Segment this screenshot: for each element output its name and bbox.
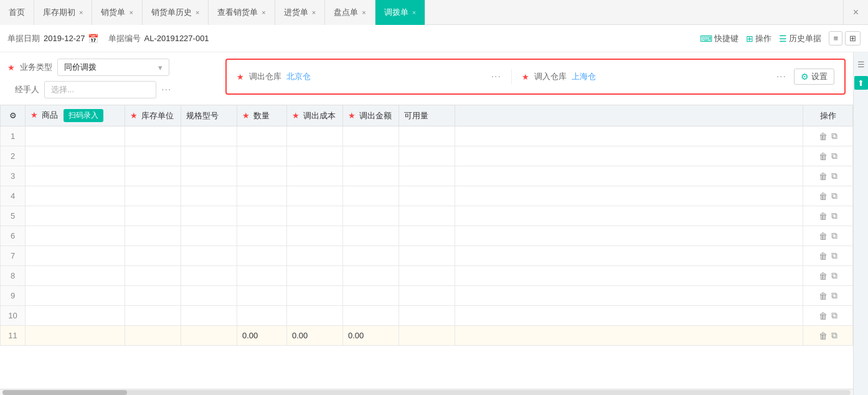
cell-qty[interactable] bbox=[237, 206, 287, 226]
cell-spec[interactable] bbox=[181, 266, 237, 286]
cell-amount[interactable] bbox=[343, 186, 399, 206]
cell-amount[interactable] bbox=[343, 146, 399, 166]
copy-icon[interactable]: ⧉ bbox=[831, 330, 837, 341]
scrollbar-area[interactable] bbox=[0, 389, 853, 395]
cell-product[interactable] bbox=[26, 246, 125, 266]
delete-icon[interactable]: 🗑 bbox=[819, 271, 828, 281]
delete-icon[interactable]: 🗑 bbox=[819, 131, 828, 141]
cell-cost[interactable] bbox=[287, 146, 343, 166]
window-close-button[interactable]: × bbox=[843, 0, 868, 25]
copy-icon[interactable]: ⧉ bbox=[831, 270, 837, 281]
col-settings[interactable]: ⚙ bbox=[1, 105, 26, 126]
cell-qty[interactable] bbox=[237, 186, 287, 206]
cell-spec[interactable] bbox=[181, 126, 237, 146]
cell-product[interactable] bbox=[26, 186, 125, 206]
cell-cost[interactable] bbox=[287, 166, 343, 186]
cell-available[interactable] bbox=[399, 146, 455, 166]
cell-unit[interactable] bbox=[125, 146, 181, 166]
tab-purchase[interactable]: 进货单 × bbox=[275, 0, 325, 25]
tab-sales-history[interactable]: 销货单历史 × bbox=[143, 0, 209, 25]
cell-product[interactable] bbox=[26, 126, 125, 146]
cell-qty[interactable] bbox=[237, 266, 287, 286]
scrollbar-track[interactable] bbox=[2, 390, 851, 395]
cell-amount[interactable] bbox=[343, 286, 399, 306]
cell-cost[interactable] bbox=[287, 306, 343, 326]
cell-unit[interactable] bbox=[125, 166, 181, 186]
sidebar-list-icon[interactable]: ☰ bbox=[854, 57, 868, 71]
cell-product[interactable] bbox=[26, 206, 125, 226]
cell-spec[interactable] bbox=[181, 226, 237, 246]
copy-icon[interactable]: ⧉ bbox=[831, 231, 837, 241]
delete-icon[interactable]: 🗑 bbox=[819, 211, 828, 221]
delete-icon[interactable]: 🗑 bbox=[819, 331, 828, 341]
cell-product[interactable] bbox=[26, 306, 125, 326]
copy-icon[interactable]: ⧉ bbox=[831, 131, 837, 141]
cell-spec[interactable] bbox=[181, 286, 237, 306]
cell-cost[interactable] bbox=[287, 226, 343, 246]
sidebar-export-icon[interactable]: ⬆ bbox=[854, 76, 868, 90]
cell-available[interactable] bbox=[399, 186, 455, 206]
grid-view-button[interactable]: ⊞ bbox=[845, 31, 861, 45]
cell-spec[interactable] bbox=[181, 166, 237, 186]
cell-amount[interactable] bbox=[343, 306, 399, 326]
tab-close-sales-history[interactable]: × bbox=[196, 9, 199, 16]
cell-amount[interactable] bbox=[343, 226, 399, 246]
cell-unit[interactable] bbox=[125, 226, 181, 246]
calendar-icon[interactable]: 📅 bbox=[88, 34, 98, 44]
delete-icon[interactable]: 🗑 bbox=[819, 191, 828, 201]
copy-icon[interactable]: ⧉ bbox=[831, 250, 837, 261]
cell-amount[interactable] bbox=[343, 206, 399, 226]
cell-spec[interactable] bbox=[181, 246, 237, 266]
cell-qty[interactable] bbox=[237, 226, 287, 246]
history-action[interactable]: ☰ 历史单据 bbox=[779, 33, 821, 44]
cell-qty[interactable] bbox=[237, 146, 287, 166]
cell-product[interactable] bbox=[26, 166, 125, 186]
delete-icon[interactable]: 🗑 bbox=[819, 311, 828, 321]
biz-type-select[interactable]: 同价调拨 ▾ bbox=[57, 59, 169, 76]
settings-button[interactable]: ⚙ 设置 bbox=[794, 69, 834, 85]
list-view-button[interactable]: ≡ bbox=[829, 31, 842, 45]
cell-qty[interactable] bbox=[237, 286, 287, 306]
delete-icon[interactable]: 🗑 bbox=[819, 231, 828, 241]
cell-qty[interactable] bbox=[237, 166, 287, 186]
cell-cost[interactable] bbox=[287, 206, 343, 226]
cell-unit[interactable] bbox=[125, 266, 181, 286]
cell-qty[interactable] bbox=[237, 306, 287, 326]
cell-spec[interactable] bbox=[181, 206, 237, 226]
warehouse-out-more-icon[interactable]: ··· bbox=[491, 71, 501, 82]
cell-amount[interactable] bbox=[343, 246, 399, 266]
tab-stocktake[interactable]: 盘点单 × bbox=[325, 0, 375, 25]
cell-spec[interactable] bbox=[181, 186, 237, 206]
cell-product[interactable] bbox=[26, 266, 125, 286]
cell-cost[interactable] bbox=[287, 286, 343, 306]
cell-product[interactable] bbox=[26, 286, 125, 306]
tab-close-transfer[interactable]: × bbox=[412, 9, 416, 16]
cell-unit[interactable] bbox=[125, 126, 181, 146]
shortcuts-action[interactable]: ⌨ 快捷键 bbox=[700, 33, 738, 44]
cell-cost[interactable] bbox=[287, 246, 343, 266]
copy-icon[interactable]: ⧉ bbox=[831, 191, 837, 201]
tab-close-inventory-init[interactable]: × bbox=[79, 9, 83, 16]
operations-action[interactable]: ⊞ 操作 bbox=[746, 33, 771, 44]
cell-amount[interactable] bbox=[343, 166, 399, 186]
delete-icon[interactable]: 🗑 bbox=[819, 151, 828, 161]
cell-qty[interactable] bbox=[237, 246, 287, 266]
scan-button[interactable]: 扫码录入 bbox=[64, 109, 103, 122]
copy-icon[interactable]: ⧉ bbox=[831, 290, 837, 301]
cell-unit[interactable] bbox=[125, 206, 181, 226]
cell-product[interactable] bbox=[26, 226, 125, 246]
tab-transfer[interactable]: 调拨单 × bbox=[375, 0, 425, 25]
cell-available[interactable] bbox=[399, 266, 455, 286]
cell-spec[interactable] bbox=[181, 146, 237, 166]
cell-available[interactable] bbox=[399, 226, 455, 246]
delete-icon[interactable]: 🗑 bbox=[819, 171, 828, 181]
tab-close-stocktake[interactable]: × bbox=[362, 9, 366, 16]
cell-product[interactable] bbox=[26, 146, 125, 166]
tab-home[interactable]: 首页 bbox=[0, 0, 34, 25]
tab-sales[interactable]: 销货单 × bbox=[92, 0, 142, 25]
cell-cost[interactable] bbox=[287, 126, 343, 146]
tab-view-sales[interactable]: 查看销货单 × bbox=[209, 0, 275, 25]
tab-close-sales[interactable]: × bbox=[129, 9, 133, 16]
cell-spec[interactable] bbox=[181, 306, 237, 326]
cell-available[interactable] bbox=[399, 306, 455, 326]
